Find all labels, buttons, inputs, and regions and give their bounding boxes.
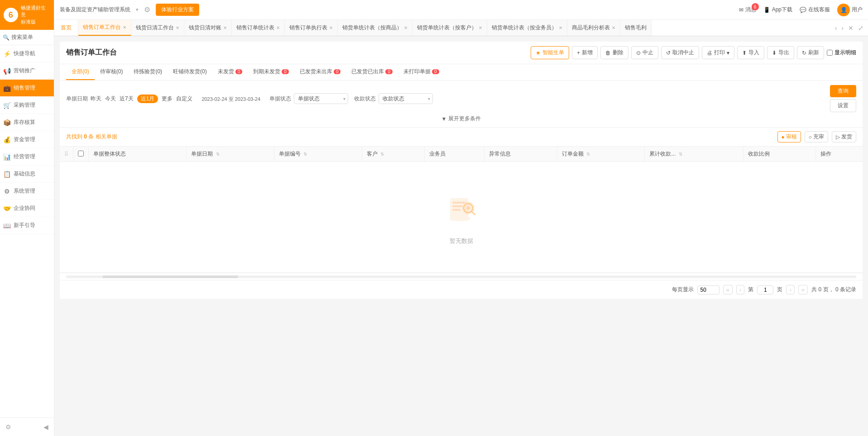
date-opt-1month[interactable]: 近1月 bbox=[137, 95, 158, 103]
next-page-btn[interactable]: › bbox=[786, 285, 794, 294]
sidebar-search[interactable]: 🔍 搜索菜单 bbox=[0, 30, 54, 45]
messages-btn[interactable]: ✉ 消息 6 bbox=[739, 6, 756, 14]
delete-btn[interactable]: 🗑 删除 bbox=[600, 46, 628, 59]
tab-close-sales-stat-customer[interactable]: ✕ bbox=[479, 25, 482, 30]
topbar-settings-btn[interactable]: ⚙ bbox=[144, 5, 150, 14]
sub-tab-shipped-not-in[interactable]: 已发货未出库0 bbox=[294, 64, 346, 80]
prev-page-btn[interactable]: ‹ bbox=[736, 285, 744, 294]
shipped-out-badge: 0 bbox=[385, 69, 393, 74]
show-detail-checkbox[interactable] bbox=[827, 50, 833, 56]
th-amount[interactable]: 订单金额 ⇅ bbox=[557, 147, 645, 162]
date-opt-custom[interactable]: 自定义 bbox=[176, 95, 192, 103]
scroll-track[interactable] bbox=[66, 275, 856, 278]
review-btn[interactable]: ● 审核 bbox=[777, 131, 801, 142]
page-input[interactable] bbox=[757, 285, 773, 294]
show-detail-label[interactable]: 显示明细 bbox=[827, 49, 856, 57]
collapse-btn[interactable]: ◀ bbox=[42, 422, 50, 432]
tab-close-sales-stat-product[interactable]: ✕ bbox=[404, 25, 408, 30]
tab-close-gross-profit[interactable]: ✕ bbox=[612, 25, 615, 30]
payment-select[interactable]: 收款状态 bbox=[379, 93, 433, 104]
tab-close-cash-reconcile[interactable]: ✕ bbox=[223, 25, 227, 30]
sidebar-item-marketing[interactable]: 📢 营销推广 bbox=[0, 62, 54, 80]
tab-fullscreen-btn[interactable]: ⤢ bbox=[856, 24, 865, 33]
first-page-btn[interactable]: « bbox=[723, 285, 733, 294]
industry-btn[interactable]: 体验行业方案 bbox=[156, 4, 199, 16]
print-btn[interactable]: 🖨 打印 ▾ bbox=[702, 46, 734, 59]
th-staff[interactable]: 业务员 bbox=[424, 147, 484, 162]
th-collected[interactable]: 累计收款... ⇅ bbox=[645, 147, 743, 162]
th-number[interactable]: 单据编号 ⇅ bbox=[274, 147, 362, 162]
ship-btn[interactable]: ▷ 发货 bbox=[832, 131, 856, 142]
sidebar-item-operations[interactable]: 📊 经营管理 bbox=[0, 148, 54, 166]
expand-conditions-btn[interactable]: ▼ 展开更多条件 bbox=[66, 115, 856, 123]
smart-create-btn[interactable]: ★ 智能生单 bbox=[531, 46, 569, 59]
tab-sales-workbench[interactable]: 销售订单工作台 ✕ bbox=[78, 20, 131, 36]
sidebar-item-guide[interactable]: 📖 新手引导 bbox=[0, 217, 54, 234]
refresh-btn[interactable]: ↻ 刷新 bbox=[797, 46, 824, 59]
tab-close-all-btn[interactable]: ✕ bbox=[846, 24, 855, 33]
sidebar-item-purchase[interactable]: 🛒 采购管理 bbox=[0, 97, 54, 114]
tab-sales-stat-staff[interactable]: 销货单统计表（按业务员） ✕ bbox=[487, 20, 567, 36]
settings-bottom-btn[interactable]: ⚙ bbox=[4, 422, 13, 432]
sub-tab-pending-review[interactable]: 待审核(0) bbox=[95, 64, 129, 80]
sidebar-logo[interactable]: 6 畅捷通好生意 标准版 bbox=[0, 0, 54, 30]
tab-gross-profit[interactable]: 商品毛利分析表 ✕ bbox=[567, 20, 620, 36]
stop-btn[interactable]: ⊙ 中止 bbox=[631, 46, 658, 59]
cancel-stop-btn[interactable]: ↺ 取消中止 bbox=[661, 46, 699, 59]
service-icon: 💬 bbox=[800, 7, 806, 13]
sub-tab-all[interactable]: 全部(0) bbox=[66, 64, 95, 80]
tab-cash-daily[interactable]: 钱货日清工作台 ✕ bbox=[131, 20, 184, 36]
sub-tab-unprinted[interactable]: 未打印单据0 bbox=[398, 64, 445, 80]
tab-sales-stat[interactable]: 销售订单统计表 ✕ bbox=[232, 20, 285, 36]
date-opt-more[interactable]: 更多 bbox=[162, 95, 173, 103]
sub-tab-pending-inspect[interactable]: 待拣验货(0) bbox=[128, 64, 168, 80]
cooperation-icon: 🤝 bbox=[3, 205, 11, 212]
status-select[interactable]: 单据状态 bbox=[294, 93, 348, 104]
date-opt-today[interactable]: 今天 bbox=[105, 95, 116, 103]
th-date[interactable]: 单据日期 ⇅ bbox=[187, 147, 274, 162]
last-page-btn[interactable]: » bbox=[798, 285, 808, 294]
tab-close-sales-exec[interactable]: ✕ bbox=[329, 25, 333, 30]
page-size-select[interactable]: 50 10 20 100 bbox=[697, 285, 719, 294]
sidebar-item-inventory[interactable]: 📦 库存核算 bbox=[0, 114, 54, 131]
set-btn[interactable]: 设置 bbox=[830, 99, 856, 112]
export-btn[interactable]: ⬇ 导出 bbox=[767, 46, 794, 59]
online-service-btn[interactable]: 💬 在线客服 bbox=[800, 6, 830, 14]
date-opt-7days[interactable]: 近7天 bbox=[120, 95, 134, 103]
user-menu-btn[interactable]: 👤 用户 bbox=[837, 4, 863, 16]
tab-cash-reconcile[interactable]: 钱货日清对账 ✕ bbox=[184, 20, 232, 36]
tab-prev-btn[interactable]: ‹ bbox=[833, 24, 839, 33]
tab-close-cash-daily[interactable]: ✕ bbox=[176, 25, 179, 30]
th-customer[interactable]: 客户 ⇅ bbox=[362, 147, 424, 162]
tab-sales-stat-product[interactable]: 销货单统计表（按商品） ✕ bbox=[338, 20, 412, 36]
sidebar-item-cooperation[interactable]: 🤝 企业协同 bbox=[0, 200, 54, 217]
tab-close-sales-stat-staff[interactable]: ✕ bbox=[559, 25, 562, 30]
scroll-thumb[interactable] bbox=[102, 275, 238, 278]
sub-tab-wangpu[interactable]: 旺铺待发货(0) bbox=[168, 64, 212, 80]
sidebar-item-basic-info[interactable]: 📋 基础信息 bbox=[0, 166, 54, 183]
date-opt-yesterday[interactable]: 昨天 bbox=[91, 95, 101, 103]
unreview-btn[interactable]: ○ 充审 bbox=[805, 131, 828, 142]
sidebar-item-system[interactable]: ⚙ 系统管理 bbox=[0, 183, 54, 200]
guide-icon: 📖 bbox=[3, 222, 11, 229]
system-dropdown-btn[interactable]: ▾ bbox=[136, 7, 139, 13]
tab-close-sales-workbench[interactable]: ✕ bbox=[123, 25, 126, 30]
sidebar-item-finance[interactable]: 💰 资金管理 bbox=[0, 131, 54, 148]
tab-next-btn[interactable]: › bbox=[839, 24, 845, 33]
app-download-btn[interactable]: 📱 App下载 bbox=[763, 6, 792, 14]
query-btn[interactable]: 查询 bbox=[830, 85, 856, 97]
tab-home[interactable]: 首页 bbox=[54, 20, 78, 35]
import-btn[interactable]: ⬆ 导入 bbox=[737, 46, 764, 59]
tab-sales-stat-customer[interactable]: 销货单统计表（按客户） ✕ bbox=[412, 20, 487, 36]
tab-sales-exec[interactable]: 销售订单执行表 ✕ bbox=[285, 20, 338, 36]
sidebar-item-sales[interactable]: 💼 销售管理 bbox=[0, 80, 54, 97]
th-checkbox[interactable] bbox=[73, 147, 89, 162]
select-all-checkbox[interactable] bbox=[78, 151, 84, 156]
add-btn[interactable]: + 新增 bbox=[572, 46, 598, 59]
tab-sales-more[interactable]: 销售毛利 bbox=[620, 20, 652, 36]
sub-tab-unshipped[interactable]: 未发货0 bbox=[212, 64, 248, 80]
tab-close-sales-stat[interactable]: ✕ bbox=[276, 25, 280, 30]
sidebar-item-quick-nav[interactable]: ⚡ 快捷导航 bbox=[0, 45, 54, 62]
sub-tab-overdue-unshipped[interactable]: 到期未发货0 bbox=[248, 64, 294, 80]
sub-tab-shipped-out[interactable]: 已发货已出库0 bbox=[346, 64, 398, 80]
